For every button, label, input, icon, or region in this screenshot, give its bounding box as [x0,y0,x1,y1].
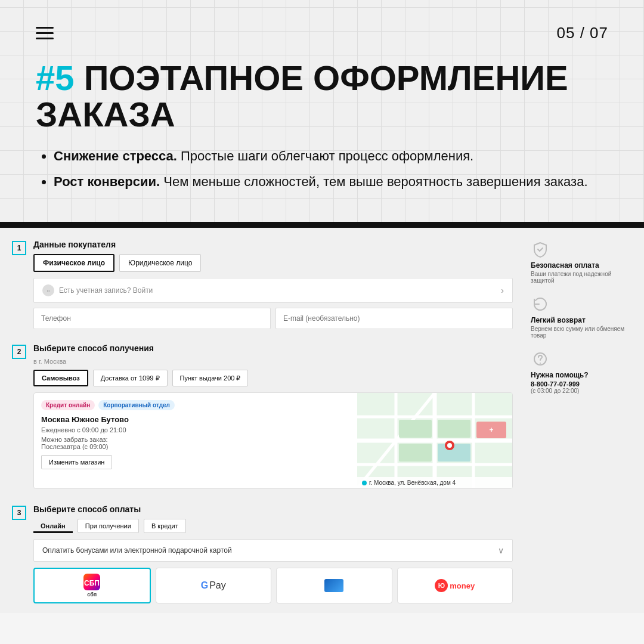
bullet-item-1: Снижение стресса. Простые шаги облегчают… [54,147,608,166]
map-visual: + г. Москва, ул. Венёвская, дом 4 [357,393,512,488]
top-section: 05 / 07 #5 ПОЭТАПНОЕ ОФОРМЛЕНИЕ ЗАКАЗА С… [0,0,644,222]
payment-sbp[interactable]: СБП сбп [33,568,151,603]
tab-pickup-point[interactable]: Пункт выдачи 200 ₽ [172,370,249,386]
payment-method-tabs: Онлайн При получении В кредит [33,519,513,533]
form-area: 1 Данные покупателя Физическое лицо Юрид… [0,228,525,613]
payment-gpay[interactable]: G Pay [156,568,272,603]
store-name: Москва Южное Бутово [41,415,350,424]
step-2-block: 2 Выберите способ получения в г. Москва … [12,343,513,495]
bonus-row[interactable]: Оплатить бонусами или электронной подаро… [33,539,513,562]
bullet-bold-1: Снижение стресса. [54,148,177,163]
sidebar-help: Нужна помощь? 8-800-77-07-999 (с 03:00 д… [531,349,632,394]
location-text: в г. Москва [33,358,513,365]
chevron-right-icon: › [501,286,504,295]
step-1-title: Данные покупателя [33,240,513,249]
step-3-block: 3 Выберите способ оплаты Онлайн При полу… [12,504,513,603]
tab-on-delivery[interactable]: При получении [78,519,139,533]
bottom-section: 1 Данные покупателя Физическое лицо Юрид… [0,228,644,613]
payment-methods: СБП сбп G Pay [33,568,513,603]
help-icon [531,349,550,369]
step-2-title: Выберите способ получения [33,343,513,353]
buyer-type-tabs: Физическое лицо Юридическое лицо [33,254,513,272]
tab-legal[interactable]: Юридическое лицо [119,254,201,272]
bullet-text-2: Чем меньше сложностей, тем выше вероятно… [160,174,587,189]
step-3-title: Выберите способ оплаты [33,504,513,514]
easy-return-title: Легкий возврат [531,316,632,324]
tab-online[interactable]: Онлайн [33,519,73,533]
title-text: ПОЭТАПНОЕ ОФОРМЛЕНИЕ ЗАКАЗА [36,58,568,134]
payment-yoomoney[interactable]: Ю money [397,568,513,603]
map-address: г. Москва, ул. Венёвская, дом 4 [357,477,512,488]
help-title: Нужна помощь? [531,371,632,379]
gpay-logo: G Pay [201,580,226,591]
svg-rect-9 [438,420,470,438]
svg-point-15 [447,443,452,448]
step-1-content: Данные покупателя Физическое лицо Юридич… [33,240,513,334]
bullets-list: Снижение стресса. Простые шаги облегчают… [36,147,608,191]
title-block: #5 ПОЭТАПНОЕ ОФОРМЛЕНИЕ ЗАКАЗА [36,60,608,133]
sbp-label: сбп [87,592,97,597]
gpay-g-letter: G [201,580,208,591]
tab-self-pickup[interactable]: Самовывоз [33,370,88,386]
svg-text:СБП: СБП [84,579,100,587]
help-phone: 8-800-77-07-999 [531,380,632,388]
badge-credit: Кредит онлайн [41,400,95,410]
contact-inputs [33,308,513,329]
bullet-text-1: Простые шаги облегчают процесс оформлени… [177,148,473,163]
phone-input[interactable] [33,308,271,329]
refresh-icon [531,295,550,314]
page-counter: 05 / 07 [556,24,608,42]
login-row[interactable]: ○ Есть учетная запись? Войти › [33,278,513,303]
easy-return-text: Вернем всю сумму или обменяем товар [531,326,632,339]
svg-rect-8 [399,420,432,438]
yoo-circle-icon: Ю [435,579,448,592]
secure-payment-title: Безопасная оплата [531,261,632,270]
sidebar: Безопасная оплата Ваши платежи под надеж… [525,228,644,613]
svg-point-19 [540,363,541,364]
yoomoney-logo: Ю money [435,579,475,592]
store-hours: Ежедневно с 09:00 до 21:00 [41,426,350,434]
shield-icon [531,240,550,259]
login-row-left: ○ Есть учетная запись? Войти [42,284,153,296]
tab-individual[interactable]: Физическое лицо [33,254,114,272]
sidebar-secure-payment: Безопасная оплата Ваши платежи под надеж… [531,240,632,284]
tab-credit[interactable]: В кредит [144,519,186,533]
gpay-pay-text: Pay [209,580,226,591]
delivery-tabs: Самовывоз Доставка от 1099 ₽ Пункт выдач… [33,370,513,386]
bonus-label: Оплатить бонусами или электронной подаро… [42,546,232,555]
bonus-chevron-icon: ∨ [498,546,504,555]
svg-rect-10 [399,444,432,462]
store-info: Кредит онлайн Корпоративный отдел Москва… [34,393,357,488]
secure-payment-text: Ваши платежи под надежной защитой [531,271,632,284]
email-input[interactable] [275,308,513,329]
step-1-number: 1 [12,241,26,255]
bullet-item-2: Рост конверсии. Чем меньше сложностей, т… [54,173,608,191]
yoo-money-text: money [450,581,475,590]
step-2-content: Выберите способ получения в г. Москва Са… [33,343,513,495]
payment-card[interactable] [276,568,392,603]
map-dot-icon [362,481,367,485]
pickup-info: Можно забрать заказ: Послезавтра (с 09:0… [41,436,350,450]
svg-text:+: + [489,426,493,434]
help-hours: (с 03:00 до 22:00) [531,388,632,394]
divider [0,222,644,228]
step-3-content: Выберите способ оплаты Онлайн При получе… [33,504,513,603]
login-placeholder: Есть учетная запись? Войти [59,286,153,295]
tab-delivery[interactable]: Доставка от 1099 ₽ [93,370,168,386]
bank-card-icon [324,579,343,592]
user-avatar-icon: ○ [42,284,54,296]
change-store-button[interactable]: Изменить магазин [41,455,112,469]
header-row: 05 / 07 [36,24,608,42]
step-3-number: 3 [12,506,26,520]
step-2-number: 2 [12,345,26,359]
step-1-block: 1 Данные покупателя Физическое лицо Юрид… [12,240,513,334]
badge-row: Кредит онлайн Корпоративный отдел [41,400,350,410]
sidebar-easy-return: Легкий возврат Вернем всю сумму или обме… [531,295,632,339]
hamburger-menu[interactable] [36,27,54,39]
title-number: #5 [36,58,75,97]
store-card: Кредит онлайн Корпоративный отдел Москва… [33,392,513,489]
bullet-bold-2: Рост конверсии. [54,174,160,189]
badge-corporate: Корпоративный отдел [98,400,175,410]
main-title: #5 ПОЭТАПНОЕ ОФОРМЛЕНИЕ ЗАКАЗА [36,60,608,133]
